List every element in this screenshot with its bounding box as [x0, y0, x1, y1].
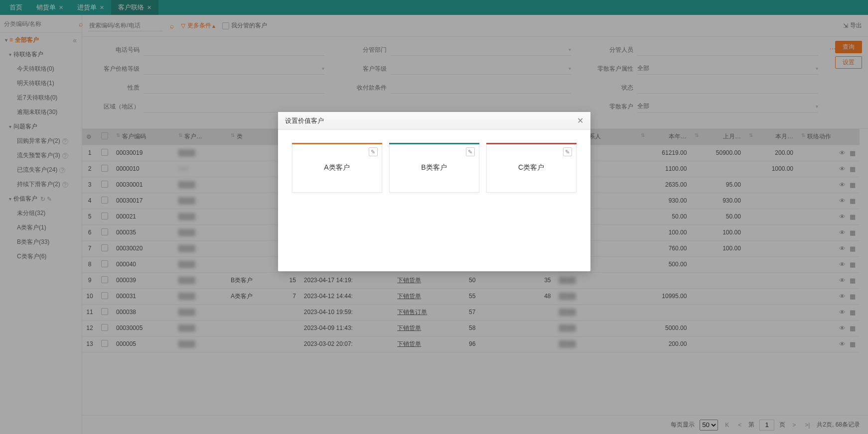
modal-overlay: 设置价值客户 ✕ ✎A类客户✎B类客户✎C类客户 — [0, 0, 868, 434]
value-card-label: A类客户 — [324, 163, 349, 172]
value-card-label: B类客户 — [421, 163, 446, 172]
value-card[interactable]: ✎B类客户 — [389, 143, 479, 193]
modal-title: 设置价值客户 — [285, 116, 324, 125]
value-card-label: C类客户 — [518, 163, 544, 172]
value-card[interactable]: ✎C类客户 — [486, 143, 577, 193]
value-customer-modal: 设置价值客户 ✕ ✎A类客户✎B类客户✎C类客户 — [278, 112, 590, 271]
value-card[interactable]: ✎A类客户 — [292, 143, 382, 193]
close-icon[interactable]: ✕ — [577, 116, 583, 125]
edit-icon[interactable]: ✎ — [369, 147, 378, 156]
edit-icon[interactable]: ✎ — [563, 147, 572, 156]
edit-icon[interactable]: ✎ — [466, 147, 475, 156]
